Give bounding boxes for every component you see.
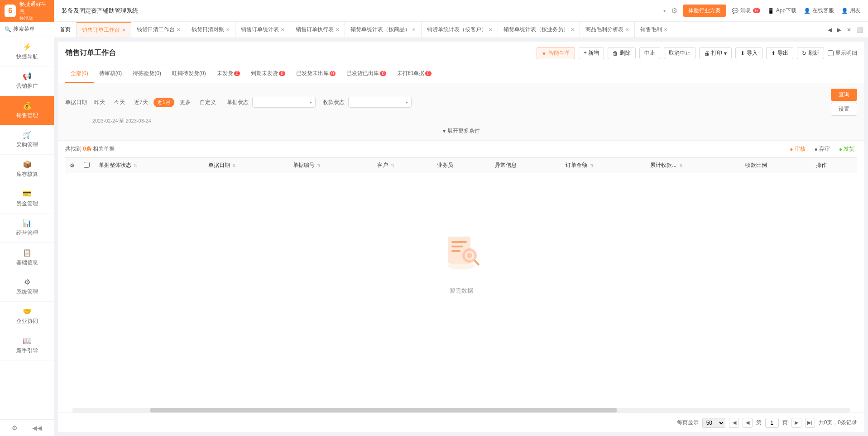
industry-btn[interactable]: 体验行业方案	[683, 5, 726, 17]
filter-tab-not-printed[interactable]: 未打印单据0	[392, 65, 437, 83]
date-option-more[interactable]: 更多	[176, 98, 194, 107]
next-page-btn[interactable]: ▶	[791, 418, 801, 428]
tab-home[interactable]: 首页	[54, 22, 77, 38]
tab-sales-profit[interactable]: 销售毛利 ✕	[635, 22, 673, 38]
select-all-checkbox[interactable]	[84, 162, 90, 168]
system-title-arrow[interactable]: ▾	[663, 8, 666, 13]
page-input[interactable]	[765, 418, 779, 428]
sidebar-settings-btn[interactable]: ⚙	[12, 424, 18, 431]
sort-icon[interactable]: ⇅	[134, 163, 137, 168]
prev-page-btn[interactable]: ◀	[743, 418, 753, 428]
date-option-yesterday[interactable]: 昨天	[91, 98, 109, 107]
sidebar-item-sales[interactable]: 💰 销售管理	[0, 96, 54, 125]
tab-close-icon[interactable]: ✕	[122, 28, 125, 33]
table-toolbar: 共找到 0条 相关单据 ● 审核 ● 弃审 ● 发货	[65, 144, 857, 154]
sort-icon[interactable]: ⇅	[317, 163, 321, 168]
cancel-abort-btn[interactable]: 取消中止	[664, 47, 695, 59]
show-detail-checkbox[interactable]	[828, 50, 834, 56]
filter-tab-shipped-not-out[interactable]: 已发货未出库0	[291, 65, 341, 83]
filter-tab-shipped-out[interactable]: 已发货已出库0	[341, 65, 392, 83]
filter-tab-not-shipped[interactable]: 未发货0	[211, 65, 246, 83]
batch-approve-btn[interactable]: ● 审核	[787, 144, 808, 154]
sort-icon[interactable]: ⇅	[679, 163, 683, 168]
batch-reject-btn[interactable]: ● 弃审	[812, 144, 833, 154]
filter-tab-wangpu-ship[interactable]: 旺铺待发货(0)	[167, 65, 211, 83]
online-service-btn[interactable]: 👤 在线客服	[804, 7, 834, 14]
tab-close-icon[interactable]: ✕	[226, 27, 230, 32]
delete-btn[interactable]: 🗑 删除	[608, 47, 636, 59]
tab-cash-reconcile[interactable]: 钱货日清对账 ✕	[186, 22, 235, 38]
payment-select[interactable]	[348, 97, 412, 108]
tab-close-icon[interactable]: ✕	[625, 27, 629, 32]
filter-tab-overdue-ship[interactable]: 到期未发货0	[245, 65, 291, 83]
sidebar-item-purchase[interactable]: 🛒 采购管理	[0, 125, 54, 155]
sidebar-item-enterprise[interactable]: 🤝 企业协同	[0, 302, 54, 331]
tab-close-icon[interactable]: ✕	[571, 27, 574, 32]
tab-next-btn[interactable]: ▶	[835, 26, 843, 34]
refresh-btn[interactable]: ↻ 刷新	[797, 47, 824, 59]
sidebar-item-operation[interactable]: 📊 经营管理	[0, 213, 54, 243]
tab-order-exec[interactable]: 销售订单执行表 ✕	[290, 22, 345, 38]
app-download-btn[interactable]: 📱 App下载	[767, 7, 796, 14]
th-status: 单据整体状态 ⇅	[94, 158, 204, 173]
export-btn[interactable]: ⬆ 导出	[766, 47, 793, 59]
horizontal-scrollbar[interactable]	[72, 408, 850, 412]
filter-tab-pending-review[interactable]: 待审核(0)	[94, 65, 128, 83]
sort-icon[interactable]: ⇅	[232, 163, 236, 168]
import-btn[interactable]: ⬇ 导入	[735, 47, 762, 59]
settings-query-btn[interactable]: 设置	[831, 103, 857, 116]
top-header: 装备及固定资产辅助管理系统 ▾ ⚙ 体验行业方案 💬 消息 6 📱 App下载 …	[54, 0, 868, 22]
date-option-today[interactable]: 今天	[110, 98, 129, 107]
status-select[interactable]	[252, 97, 316, 108]
tab-close-icon[interactable]: ✕	[664, 27, 667, 32]
tab-order-stats[interactable]: 销售订单统计表 ✕	[235, 22, 290, 38]
filter-tab-all[interactable]: 全部(0)	[65, 65, 94, 83]
tab-sales-staff[interactable]: 销货单统计表（按业务员） ✕	[498, 22, 580, 38]
sidebar-item-search[interactable]: 🔍 搜索菜单	[0, 22, 54, 37]
tab-close-icon[interactable]: ✕	[489, 27, 492, 32]
tab-sales-customer[interactable]: 销货单统计表（按客户） ✕	[422, 22, 498, 38]
ai-generate-btn[interactable]: ★ 智能生单	[537, 47, 575, 59]
tab-profit-analysis[interactable]: 商品毛利分析表 ✕	[580, 22, 635, 38]
sidebar-item-quick-nav[interactable]: ⚡ 快捷导航	[0, 37, 54, 66]
tab-prev-btn[interactable]: ◀	[826, 26, 834, 34]
tab-sales-workbench[interactable]: 销售订单工作台 ✕	[77, 22, 131, 38]
sidebar-item-marketing[interactable]: 📢 营销推广	[0, 66, 54, 96]
sidebar-item-guide[interactable]: 📖 新手引导	[0, 331, 54, 360]
tab-sales-product[interactable]: 销货单统计表（按商品） ✕	[345, 22, 422, 38]
filter-tab-pending-inspect[interactable]: 待拣验货(0)	[127, 65, 167, 83]
sidebar-collapse-btn[interactable]: ◀◀	[32, 424, 42, 431]
sidebar-item-system[interactable]: ⚙ 系统管理	[0, 272, 54, 302]
sidebar-item-inventory[interactable]: 📦 库存核算	[0, 155, 54, 184]
last-page-btn[interactable]: ▶|	[805, 418, 815, 428]
date-option-1month[interactable]: 近1月	[153, 98, 175, 107]
message-btn[interactable]: 💬 消息 6	[732, 7, 760, 14]
sidebar-item-finance[interactable]: 💳 资金管理	[0, 184, 54, 213]
tab-close-icon[interactable]: ✕	[412, 27, 416, 32]
add-btn[interactable]: + 新增	[579, 47, 604, 59]
search-btn[interactable]: 查询	[831, 89, 857, 101]
tab-close-icon[interactable]: ✕	[281, 27, 284, 32]
print-btn[interactable]: 🖨 打印 ▾	[699, 47, 732, 59]
sort-icon[interactable]: ⇅	[391, 163, 394, 168]
tab-close-icon[interactable]: ✕	[177, 27, 180, 32]
date-option-7days[interactable]: 近7天	[130, 98, 152, 107]
th-checkbox[interactable]	[79, 158, 94, 173]
tab-close-icon[interactable]: ✕	[336, 27, 339, 32]
per-page-select[interactable]: 50 20 100	[702, 418, 725, 428]
batch-send-btn[interactable]: ● 发货	[836, 144, 857, 154]
th-settings[interactable]: ⚙	[65, 158, 79, 173]
tab-maximize-btn[interactable]: ⬜	[855, 26, 865, 34]
show-detail-toggle[interactable]: 显示明细	[828, 49, 857, 57]
user-btn[interactable]: 👤 用友	[841, 7, 861, 14]
sidebar-item-basic-info[interactable]: 📋 基础信息	[0, 243, 54, 272]
tab-cash-daily[interactable]: 钱货日清工作台 ✕	[131, 22, 186, 38]
date-option-custom[interactable]: 自定义	[196, 98, 220, 107]
first-page-btn[interactable]: |◀	[729, 418, 739, 428]
header-settings-icon[interactable]: ⚙	[671, 6, 677, 15]
tab-close-all-btn[interactable]: ✕	[845, 26, 853, 34]
message-icon: 💬	[732, 8, 739, 14]
expand-conditions-btn[interactable]: ▾ 展开更多条件	[65, 124, 857, 135]
sort-icon[interactable]: ⇅	[590, 163, 594, 168]
abort-btn[interactable]: 中止	[639, 47, 660, 59]
